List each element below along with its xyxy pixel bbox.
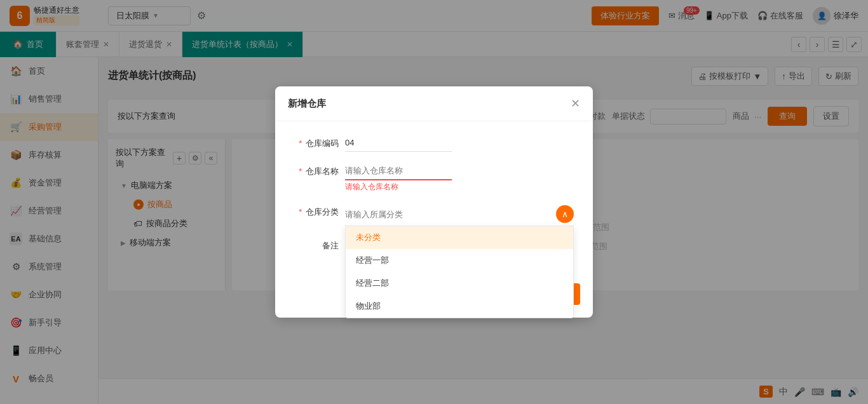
name-input-wrapper: 请输入仓库名称 xyxy=(345,162,574,192)
category-input[interactable] xyxy=(345,208,556,220)
dropdown-item-0[interactable]: 未分类 xyxy=(346,226,573,249)
code-row: * 仓库编码 xyxy=(294,134,574,152)
category-wrapper: ∧ 未分类 经营一部 经营二部 物业部 xyxy=(345,203,574,226)
remark-label: 备注 xyxy=(294,236,339,252)
modal-header: 新增仓库 ✕ xyxy=(275,86,593,121)
modal-overlay[interactable]: 新增仓库 ✕ * 仓库编码 * 仓库名称 xyxy=(0,0,868,404)
category-dropdown: 未分类 经营一部 经营二部 物业部 xyxy=(345,226,574,318)
modal-body: * 仓库编码 * 仓库名称 请输入仓库名称 xyxy=(275,121,593,264)
name-row: * 仓库名称 请输入仓库名称 xyxy=(294,162,574,192)
category-toggle-btn[interactable]: ∧ xyxy=(556,205,574,223)
category-row: * 仓库分类 ∧ 未分类 经营一部 经营二部 物业部 xyxy=(294,203,574,226)
code-label: * 仓库编码 xyxy=(294,134,339,149)
code-input-wrapper xyxy=(345,134,574,152)
category-label: * 仓库分类 xyxy=(294,203,339,218)
category-input-row: ∧ xyxy=(345,203,574,226)
modal-new-warehouse: 新增仓库 ✕ * 仓库编码 * 仓库名称 xyxy=(275,86,593,318)
modal-title: 新增仓库 xyxy=(288,98,326,110)
name-error-tip: 请输入仓库名称 xyxy=(345,182,574,192)
name-input[interactable] xyxy=(345,162,452,180)
code-input[interactable] xyxy=(345,134,452,152)
modal-close-btn[interactable]: ✕ xyxy=(571,97,580,111)
dropdown-item-1[interactable]: 经营一部 xyxy=(346,249,573,272)
dropdown-item-2[interactable]: 经营二部 xyxy=(346,272,573,295)
dropdown-item-3[interactable]: 物业部 xyxy=(346,295,573,318)
name-label: * 仓库名称 xyxy=(294,162,339,177)
